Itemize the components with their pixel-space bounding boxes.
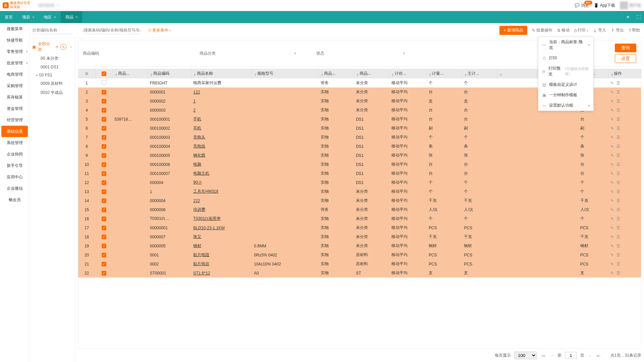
- table-row[interactable]: 8 ✓ 000100004 充电线 实物 DS1 移动平均 条 条 条 ✎☰: [78, 142, 641, 151]
- edit-row-icon[interactable]: ✎: [610, 144, 614, 149]
- product-name-link[interactable]: 电脑主机: [193, 171, 209, 176]
- table-row[interactable]: 9 ✓ 000100005 钢化膜 实物 DS1 移动平均 张 张 张 ✎☰: [78, 151, 641, 160]
- product-name-link[interactable]: T0301白面黑带: [193, 216, 221, 221]
- more-row-icon[interactable]: ☰: [616, 162, 620, 167]
- row-checkbox[interactable]: ✓: [102, 162, 106, 167]
- more-row-icon[interactable]: ☰: [616, 198, 620, 203]
- row-checkbox[interactable]: ✓: [102, 171, 106, 176]
- more-row-icon[interactable]: ☰: [616, 180, 620, 185]
- table-row[interactable]: 17 ✓ 00000001 BLD10-23-1.1KW 实物 未分类 移动平均…: [78, 223, 641, 232]
- table-row[interactable]: 14 ✓ 0000004 222 实物 未分类 移动平均 千克 千克 千克 ✎☰: [78, 196, 641, 205]
- table-row[interactable]: 7 ✓ 000100003 充电头 实物 DS1 移动平均 个 个 个 ✎☰: [78, 133, 641, 142]
- edit-row-icon[interactable]: ✎: [610, 171, 614, 176]
- sidebar-item-15[interactable]: 畅会员: [0, 194, 29, 205]
- row-checkbox[interactable]: ✓: [102, 244, 106, 248]
- product-name-link[interactable]: 珠宝: [193, 234, 201, 239]
- page-input[interactable]: [565, 352, 577, 359]
- col-header-8[interactable]: ▲▼计价...: [389, 69, 427, 78]
- more-row-icon[interactable]: ☰: [616, 135, 620, 140]
- print-button[interactable]: ⎙打印▴: [574, 27, 588, 33]
- table-row[interactable]: 18 ✓ 0000007 珠宝 实物 未分类 移动平均 千克 千克 千克 ✎☰: [78, 232, 641, 241]
- sort-icon[interactable]: ▲▼: [254, 73, 257, 76]
- sidebar-item-1[interactable]: 快捷导航: [0, 35, 29, 46]
- print-menu-defaults[interactable]: ▭ 设置默认功能 ▾: [538, 100, 593, 111]
- sort-icon[interactable]: ▲▼: [115, 73, 117, 76]
- table-row[interactable]: 16 ✓ T0301白… T0301白面黑带 实物 未分类 移动平均 个 个 个…: [78, 214, 641, 223]
- sidebar-item-2[interactable]: 零售管理▾: [0, 46, 29, 57]
- sidebar-item-13[interactable]: 应用中心: [0, 171, 29, 183]
- more-row-icon[interactable]: ☰: [616, 81, 620, 85]
- sort-icon[interactable]: ▲▼: [321, 73, 323, 76]
- product-name-link[interactable]: 电脑: [193, 162, 201, 167]
- more-row-icon[interactable]: ☰: [616, 153, 620, 158]
- refresh-icon[interactable]: ⟳: [56, 45, 58, 49]
- row-checkbox[interactable]: ✓: [102, 108, 106, 113]
- sort-icon[interactable]: ▲▼: [429, 73, 431, 76]
- more-row-icon[interactable]: ☰: [616, 117, 620, 122]
- row-checkbox[interactable]: ✓: [102, 217, 106, 221]
- col-header-1[interactable]: ✓: [95, 69, 112, 78]
- sidebar-item-10[interactable]: 系统管理: [0, 137, 29, 148]
- row-checkbox[interactable]: ✓: [102, 207, 106, 212]
- tab-首页[interactable]: 首页: [0, 11, 17, 23]
- table-row[interactable]: 13 ✓ 1 工具车HM318 实物 未分类 移动平均 个 个 个 ✎☰: [78, 187, 641, 196]
- edit-row-icon[interactable]: ✎: [610, 81, 614, 85]
- tree-collapse-button[interactable]: «: [70, 45, 72, 49]
- product-name-link[interactable]: ST1.6*12: [193, 271, 210, 276]
- import-button[interactable]: ⭳导入: [593, 27, 606, 33]
- more-row-icon[interactable]: ☰: [616, 108, 620, 113]
- edit-row-icon[interactable]: ✎: [610, 90, 614, 95]
- sidebar-item-14[interactable]: 企业微信: [0, 183, 29, 194]
- row-checkbox[interactable]: ✓: [102, 253, 106, 257]
- sidebar-item-0[interactable]: 搜索菜单: [0, 23, 29, 35]
- close-icon[interactable]: ×: [54, 15, 56, 19]
- tree-search-input[interactable]: [32, 26, 83, 34]
- sidebar-item-3[interactable]: 批发管理▾: [0, 57, 29, 69]
- sidebar-item-7[interactable]: 资金管理: [0, 103, 29, 114]
- more-row-icon[interactable]: ☰: [616, 226, 620, 230]
- row-checkbox[interactable]: ✓: [102, 262, 106, 266]
- more-row-icon[interactable]: ☰: [616, 144, 620, 149]
- product-name-link[interactable]: BLD10-23-1.1KW: [193, 226, 225, 230]
- more-row-icon[interactable]: ☰: [616, 171, 620, 176]
- col-header-6[interactable]: ▲▼商品...: [319, 69, 354, 78]
- more-row-icon[interactable]: ☰: [616, 253, 620, 257]
- tree-node[interactable]: 0009 原材料: [30, 79, 75, 88]
- help-button[interactable]: ?帮助: [629, 27, 640, 33]
- row-checkbox[interactable]: ✓: [102, 99, 106, 104]
- edit-row-icon[interactable]: ✎: [610, 162, 614, 167]
- org-selector[interactable]: 组织机构 ▾: [38, 3, 59, 8]
- table-row[interactable]: 21 ✓ 0002 贴片电容 104±10% 0402 实物 原材料 移动平均 …: [78, 259, 641, 268]
- col-header-0[interactable]: ⚙: [78, 69, 95, 78]
- query-button[interactable]: 查询: [615, 44, 636, 52]
- col-header-2[interactable]: ▲▼商品...: [112, 69, 148, 78]
- col-header-10[interactable]: ▲▼主计...: [462, 69, 497, 78]
- edit-row-icon[interactable]: ✎: [610, 117, 614, 122]
- page-size-select[interactable]: 100: [514, 352, 537, 359]
- more-row-icon[interactable]: ☰: [616, 235, 620, 239]
- tab-close-button[interactable]: ✕: [623, 15, 633, 19]
- product-name-link[interactable]: 充电线: [193, 144, 205, 148]
- tree-node[interactable]: 0001 DS1: [30, 63, 75, 71]
- table-row[interactable]: 15 ✓ 0000006 培训费 劳务 未分类 移动平均 人/次 人/次 人/次…: [78, 205, 641, 214]
- tab-商品[interactable]: 商品×: [61, 11, 82, 23]
- edit-row-icon[interactable]: ✎: [610, 244, 614, 248]
- sidebar-item-11[interactable]: 企业协同: [0, 148, 29, 160]
- tree-node[interactable]: 0010 半成品: [30, 88, 75, 97]
- row-checkbox[interactable]: ✓: [102, 153, 106, 158]
- table-row[interactable]: 6 ✓ 000100002 耳机 实物 DS1 移动平均 副 副 副 ✎☰: [78, 124, 641, 133]
- product-name-link[interactable]: 2: [193, 108, 196, 113]
- table-row[interactable]: 22 ✓ ST00001 ST1.6*12 A0 实物 ST 移动平均 支 支 …: [78, 268, 641, 278]
- more-filters-button[interactable]: ▽ 更多条件 ▾: [148, 27, 171, 33]
- table-row[interactable]: 10 ✓ 000100006 电脑 实物 DS1 移动平均 台 台 台 ✎☰: [78, 160, 641, 169]
- edit-row-icon[interactable]: ✎: [610, 135, 614, 140]
- tree-all-label[interactable]: 全部分类: [38, 41, 54, 53]
- page-next-button[interactable]: ›: [588, 353, 592, 358]
- row-checkbox[interactable]: [102, 80, 106, 85]
- print-menu-template[interactable]: ▤ 模板自定义设计: [538, 79, 593, 90]
- page-first-button[interactable]: ⏮: [540, 353, 547, 358]
- main-search[interactable]: ⌕: [84, 26, 141, 34]
- more-row-icon[interactable]: ☰: [616, 99, 620, 104]
- filter-setting-button[interactable]: 设置: [615, 54, 636, 63]
- row-checkbox[interactable]: ✓: [102, 180, 106, 185]
